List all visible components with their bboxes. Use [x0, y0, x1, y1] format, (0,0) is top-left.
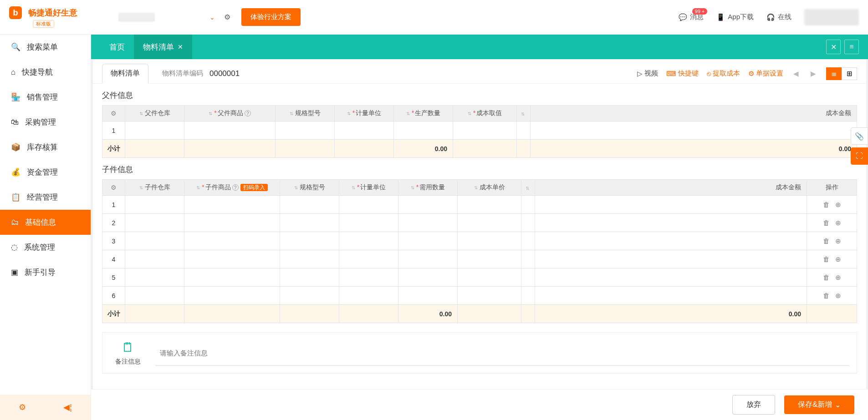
child-row[interactable]: 6🗑⊕: [102, 287, 857, 305]
parent-section-title: 父件信息: [93, 84, 866, 105]
add-row-icon[interactable]: ⊕: [835, 237, 841, 245]
sidebar-item-basedata[interactable]: 🗂基础信息: [0, 210, 91, 235]
guide-icon: ▣: [11, 268, 18, 277]
online-support-button[interactable]: 🎧 在线: [766, 13, 791, 21]
sidebar-item-search[interactable]: 🔍搜索菜单: [0, 35, 91, 60]
view-toggle: ≣ ⊞: [826, 67, 857, 80]
help-icon[interactable]: ?: [245, 110, 251, 116]
close-icon[interactable]: ✕: [178, 43, 183, 51]
add-row-icon[interactable]: ⊕: [835, 273, 841, 282]
add-row-icon[interactable]: ⊕: [835, 201, 841, 209]
sort-icon[interactable]: ⇅: [526, 186, 529, 191]
sidebar-item-guide[interactable]: ▣新手引导: [0, 260, 91, 285]
table-gear-icon[interactable]: ⚙: [111, 110, 117, 117]
sort-icon[interactable]: ⇅: [406, 111, 410, 116]
sidebar-item-purchase[interactable]: 🛍采购管理: [0, 110, 91, 135]
col-amount: 成本金额: [776, 183, 801, 191]
bom-code-label: 物料清单编码: [162, 69, 203, 78]
add-row-icon[interactable]: ⊕: [835, 292, 841, 300]
search-icon: 🔍: [11, 42, 20, 52]
delete-row-icon[interactable]: 🗑: [823, 273, 830, 281]
sidebar-item-label: 新手引导: [25, 267, 56, 278]
tabs-menu-button[interactable]: ≡: [844, 40, 859, 54]
col-unit: 计量单位: [360, 183, 386, 191]
delete-row-icon[interactable]: 🗑: [823, 237, 830, 245]
delete-row-icon[interactable]: 🗑: [823, 201, 830, 208]
sidebar-item-sales[interactable]: 🏪销售管理: [0, 85, 91, 110]
sort-icon[interactable]: ⇅: [139, 111, 143, 116]
sidebar-item-finance[interactable]: 💰资金管理: [0, 160, 91, 185]
view-card-button[interactable]: ⊞: [842, 67, 857, 80]
add-row-icon[interactable]: ⊕: [835, 255, 841, 263]
app-download-button[interactable]: 📱 App下载: [716, 13, 754, 21]
footer: 放弃 保存&新增⌄: [91, 389, 868, 420]
sort-icon[interactable]: ⇅: [139, 185, 143, 190]
sort-icon[interactable]: ⇅: [521, 111, 525, 116]
close-all-tabs-button[interactable]: ✕: [826, 40, 841, 54]
side-float: 📎 ⛶: [851, 127, 868, 165]
child-table: ⚙ ⇅子件仓库 ⇅*子件商品?扫码录入 ⇅规格型号 ⇅*计量单位 ⇅*需用数量 …: [102, 179, 857, 323]
sort-icon[interactable]: ⇅: [209, 111, 212, 116]
sort-icon[interactable]: ⇅: [474, 185, 478, 190]
subtotal-amount: 0.00: [531, 140, 857, 158]
sidebar-item-inventory[interactable]: 📦库存核算: [0, 135, 91, 160]
view-list-button[interactable]: ≣: [826, 67, 842, 80]
doc-setting-link[interactable]: ⚙单据设置: [748, 69, 783, 78]
shortcut-link[interactable]: ⌨快捷键: [666, 69, 699, 78]
tab-bom[interactable]: 物料清单 ✕: [134, 35, 192, 59]
child-row[interactable]: 3🗑⊕: [102, 232, 857, 250]
header-right: 💬 消息 99 + 📱 App下载 🎧 在线: [679, 9, 859, 25]
sort-icon[interactable]: ⇅: [196, 185, 200, 190]
sidebar-item-quicknav[interactable]: ⌂快捷导航: [0, 60, 91, 85]
scan-input-tag[interactable]: 扫码录入: [240, 184, 268, 191]
user-avatar-blur[interactable]: [804, 9, 859, 25]
delete-row-icon[interactable]: 🗑: [823, 255, 830, 263]
next-doc-button[interactable]: ▶: [809, 70, 818, 78]
settings-icon[interactable]: ⚙: [19, 402, 26, 412]
col-qty: 生产数量: [415, 109, 440, 116]
keyboard-icon: ⌨: [666, 70, 676, 78]
cta-button[interactable]: 体验行业方案: [241, 8, 301, 26]
sort-icon[interactable]: ⇅: [352, 185, 355, 190]
gear2-icon: ◌: [11, 243, 18, 252]
collapse-icon[interactable]: ◀¦: [63, 402, 72, 412]
box-icon: 📦: [11, 142, 20, 152]
sort-icon[interactable]: ⇅: [411, 185, 414, 190]
gear-icon[interactable]: ⚙: [224, 13, 230, 21]
parent-row[interactable]: 1: [102, 121, 857, 140]
store-select[interactable]: ⌄: [118, 13, 215, 22]
sort-icon[interactable]: ⇅: [347, 111, 351, 116]
sidebar-item-label: 快捷导航: [22, 67, 53, 77]
sidebar-item-system[interactable]: ◌系统管理: [0, 235, 91, 260]
child-row[interactable]: 2🗑⊕: [102, 214, 857, 232]
prev-doc-button[interactable]: ◀: [791, 70, 801, 78]
sort-icon[interactable]: ⇅: [290, 111, 293, 116]
remark-input[interactable]: [155, 340, 849, 366]
add-row-icon[interactable]: ⊕: [835, 219, 841, 227]
toolbar-tab[interactable]: 物料清单: [102, 64, 148, 84]
app-header: b 畅捷通好生意 标准版 ⌄ ⚙ 体验行业方案 💬 消息 99 + 📱 App下…: [0, 0, 868, 35]
video-link[interactable]: ▷视频: [637, 69, 658, 78]
help-icon[interactable]: ?: [232, 184, 239, 191]
delete-row-icon[interactable]: 🗑: [823, 219, 830, 227]
save-new-button[interactable]: 保存&新增⌄: [784, 395, 854, 414]
extract-cost-link[interactable]: ⎋提取成本: [707, 69, 740, 78]
tab-home[interactable]: 首页: [100, 35, 134, 59]
tabs-right: ✕ ≡: [826, 40, 859, 54]
col-child-warehouse: 子件仓库: [145, 183, 170, 191]
attachment-float-button[interactable]: 📎: [851, 127, 868, 145]
logo-area: b 畅捷通好生意 标准版: [9, 6, 91, 28]
discard-button[interactable]: 放弃: [732, 395, 775, 415]
col-spec: 规格型号: [300, 183, 325, 191]
sort-icon[interactable]: ⇅: [468, 111, 471, 116]
logo-text: 畅捷通好生意: [28, 7, 77, 18]
sort-icon[interactable]: ⇅: [294, 185, 298, 190]
table-gear-icon[interactable]: ⚙: [111, 184, 117, 191]
sidebar-item-operation[interactable]: 📋经营管理: [0, 185, 91, 210]
child-row[interactable]: 1🗑⊕: [102, 196, 857, 214]
delete-row-icon[interactable]: 🗑: [823, 292, 830, 299]
expand-float-button[interactable]: ⛶: [851, 147, 868, 165]
child-row[interactable]: 4🗑⊕: [102, 250, 857, 268]
messages-button[interactable]: 💬 消息 99 +: [679, 13, 704, 21]
child-row[interactable]: 5🗑⊕: [102, 268, 857, 287]
